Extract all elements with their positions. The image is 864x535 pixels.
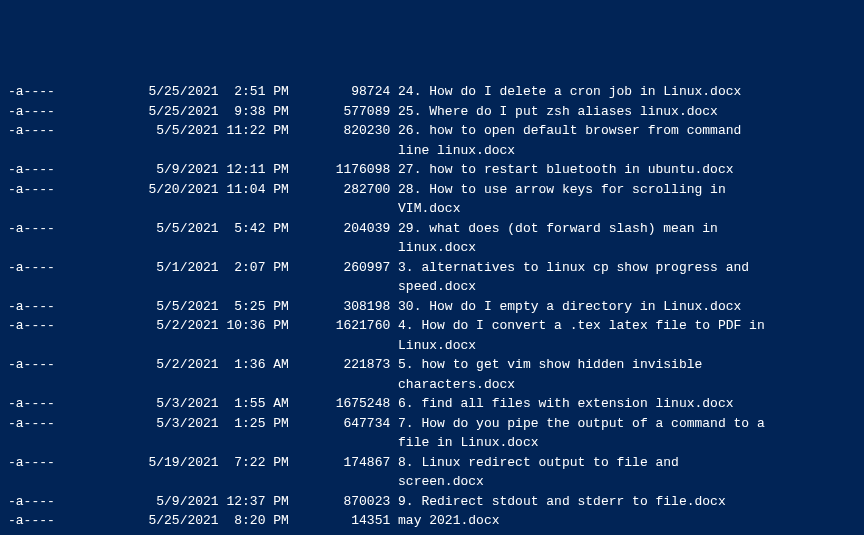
listing-row: -a---- 5/3/2021 1:25 PM 647734 7. How do…	[8, 414, 856, 434]
listing-row: -a---- 5/3/2021 1:55 AM 1675248 6. find …	[8, 394, 856, 414]
listing-row: -a---- 5/25/2021 2:51 PM 98724 24. How d…	[8, 82, 856, 102]
listing-row: -a---- 5/5/2021 11:22 PM 820230 26. how …	[8, 121, 856, 141]
listing-row: -a---- 5/2/2021 10:36 PM 1621760 4. How …	[8, 316, 856, 336]
listing-row: VIM.docx	[8, 199, 856, 219]
listing-row: -a---- 5/19/2021 7:22 PM 174867 8. Linux…	[8, 453, 856, 473]
listing-row: speed.docx	[8, 277, 856, 297]
listing-row: -a---- 5/20/2021 11:04 PM 282700 28. How…	[8, 180, 856, 200]
listing-row: screen.docx	[8, 472, 856, 492]
listing-row: -a---- 5/9/2021 12:37 PM 870023 9. Redir…	[8, 492, 856, 512]
listing-row: characters.docx	[8, 375, 856, 395]
listing-row: line linux.docx	[8, 141, 856, 161]
directory-listing: -a---- 5/25/2021 2:51 PM 98724 24. How d…	[8, 82, 856, 531]
listing-row: -a---- 5/5/2021 5:42 PM 204039 29. what …	[8, 219, 856, 239]
listing-row: -a---- 5/9/2021 12:11 PM 1176098 27. how…	[8, 160, 856, 180]
listing-row: -a---- 5/25/2021 8:20 PM 14351 may 2021.…	[8, 511, 856, 531]
listing-row: file in Linux.docx	[8, 433, 856, 453]
listing-row: -a---- 5/1/2021 2:07 PM 260997 3. altern…	[8, 258, 856, 278]
listing-row: -a---- 5/2/2021 1:36 AM 221873 5. how to…	[8, 355, 856, 375]
listing-row: Linux.docx	[8, 336, 856, 356]
listing-row: -a---- 5/5/2021 5:25 PM 308198 30. How d…	[8, 297, 856, 317]
listing-row: linux.docx	[8, 238, 856, 258]
listing-row: -a---- 5/25/2021 9:38 PM 577089 25. Wher…	[8, 102, 856, 122]
